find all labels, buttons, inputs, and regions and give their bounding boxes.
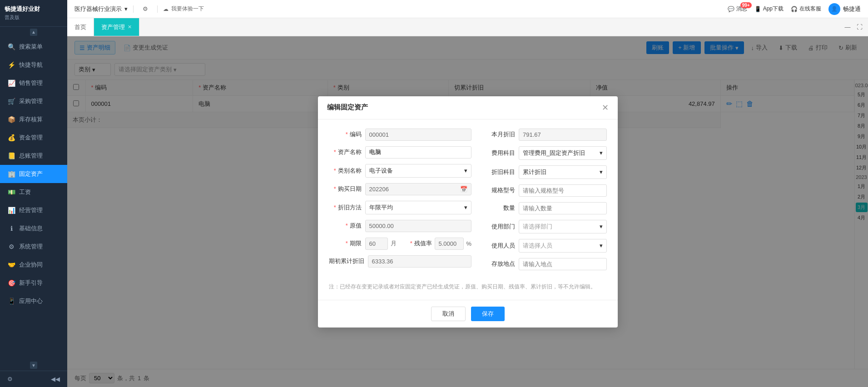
cancel-btn[interactable]: 取消 [431, 307, 466, 321]
field-category: 类别名称 电子设备 ▾ [329, 164, 472, 178]
inventory-icon: 📦 [7, 115, 15, 124]
monthly-dep-input [519, 129, 606, 141]
form-grid: 编码 资产名称 类别名称 [329, 129, 607, 291]
category-select[interactable]: 电子设备 ▾ [365, 164, 472, 178]
sidebar-item-payroll[interactable]: 💵 工资 [0, 183, 67, 201]
field-dep-method: 折旧方法 年限平均 ▾ [329, 201, 472, 214]
expense-subject-select[interactable]: 管理费用_固定资产折旧 ▾ [519, 146, 606, 160]
expense-subject-label: 费用科目 [482, 149, 515, 157]
sidebar-item-finance[interactable]: 💰 资金管理 [0, 129, 67, 147]
sidebar-item-system[interactable]: ⚙ 系统管理 [0, 238, 67, 256]
initial-dep-input[interactable] [368, 255, 472, 268]
scroll-down-btn[interactable]: ▼ [30, 362, 37, 369]
original-input[interactable] [365, 220, 472, 232]
sidebar-item-label-enterprise: 企业协同 [19, 261, 43, 269]
sidebar-item-guide[interactable]: 🎯 新手引导 [0, 274, 67, 292]
period-unit: 月 [391, 239, 397, 248]
app-download-btn[interactable]: 📱 App下载 [754, 5, 784, 13]
sidebar-item-label-system: 系统管理 [19, 243, 43, 251]
residual-label: 残值率 [399, 239, 432, 248]
field-person: 使用人员 请选择人员 ▾ [482, 239, 606, 253]
cloud-icon: ☁ [163, 6, 169, 12]
code-input[interactable] [365, 129, 472, 141]
person-select[interactable]: 请选择人员 ▾ [519, 239, 606, 253]
modal-body: 编码 资产名称 类别名称 [318, 119, 618, 300]
minimize-btn[interactable]: — [843, 22, 853, 32]
period-input[interactable] [365, 238, 388, 250]
spec-input[interactable] [519, 184, 606, 197]
sidebar-item-ledger[interactable]: 📒 总账管理 [0, 147, 67, 165]
dept-select-icon: ▾ [600, 223, 603, 230]
settings-bottom-btn[interactable]: ⚙ [7, 376, 13, 382]
name-input[interactable] [365, 146, 472, 159]
company-name: 医疗器械行业演示 [74, 5, 122, 13]
dept-select[interactable]: 请选择部门 ▾ [519, 220, 606, 233]
experience-btn[interactable]: ☁ 我要体验一下 [163, 5, 204, 13]
dep-method-select[interactable]: 年限平均 ▾ [365, 201, 472, 214]
user-menu[interactable]: 👤 畅捷通 [828, 3, 861, 15]
online-service-btn[interactable]: 🎧 在线客服 [791, 5, 821, 13]
purchase-icon: 🛒 [7, 97, 15, 105]
category-select-icon: ▾ [464, 167, 467, 174]
quantity-input[interactable] [519, 202, 606, 214]
period-inline: 月 残值率 % [365, 238, 472, 250]
expense-select-icon: ▾ [600, 149, 603, 156]
sidebar-item-basic-info[interactable]: ℹ 基础信息 [0, 219, 67, 238]
tab-home[interactable]: 首页 [67, 18, 94, 36]
location-input[interactable] [519, 258, 606, 270]
avatar: 👤 [828, 3, 840, 15]
sidebar-item-sales[interactable]: 📈 销售管理 [0, 74, 67, 92]
dep-subject-select[interactable]: 累计折旧 ▾ [519, 165, 606, 179]
tabbar: 首页 资产管理 ✕ — ⛶ [67, 18, 868, 36]
message-btn[interactable]: 💬 消息 99+ [728, 5, 747, 13]
tab-close-icon[interactable]: ✕ [128, 24, 132, 30]
modal-overlay: 编辑固定资产 ✕ 编码 [67, 36, 868, 387]
field-monthly-dep: 本月折旧 [482, 129, 606, 141]
sidebar: 畅捷通好业财 普及版 ▲ 🔍 搜索菜单 ⚡ 快捷导航 📈 销售管理 🛒 采购管理 [0, 0, 67, 387]
finance-icon: 💰 [7, 134, 15, 142]
sidebar-item-inventory[interactable]: 📦 库存核算 [0, 110, 67, 129]
period-label: 期限 [329, 239, 362, 248]
modal-close-btn[interactable]: ✕ [602, 103, 609, 113]
sidebar-item-app-center[interactable]: 📱 应用中心 [0, 292, 67, 310]
download-icon: 📱 [754, 6, 761, 12]
residual-unit: % [466, 240, 472, 247]
field-expense-subject: 费用科目 管理费用_固定资产折旧 ▾ [482, 146, 606, 160]
sidebar-item-fixed-assets[interactable]: 🏢 固定资产 [0, 165, 67, 183]
settings-btn[interactable]: ⚙ [139, 3, 152, 15]
modal-footer: 取消 保存 [318, 300, 618, 327]
system-icon: ⚙ [7, 243, 15, 251]
expand-btn[interactable]: ⛶ [854, 22, 864, 32]
sidebar-item-search[interactable]: 🔍 搜索菜单 [0, 38, 67, 56]
sidebar-item-enterprise[interactable]: 🤝 企业协同 [0, 256, 67, 274]
purchase-date-input[interactable]: 202206 📅 [365, 183, 472, 195]
tab-asset-management[interactable]: 资产管理 ✕ [94, 18, 139, 36]
field-code: 编码 [329, 129, 472, 141]
code-label: 编码 [329, 130, 362, 139]
modal-header: 编辑固定资产 ✕ [318, 96, 618, 119]
sidebar-item-label-purchase: 采购管理 [19, 97, 43, 105]
enterprise-icon: 🤝 [7, 261, 15, 269]
field-original-value: 原值 [329, 220, 472, 232]
company-selector[interactable]: 医疗器械行业演示 ▾ [74, 5, 128, 13]
residual-input[interactable] [435, 238, 464, 250]
search-icon: 🔍 [7, 43, 15, 51]
monthly-dep-label: 本月折旧 [482, 130, 515, 139]
window-controls: — ⛶ [839, 18, 868, 36]
topbar-divider [133, 5, 134, 13]
modal-note: 注：已经存在变更记录或者对应固定资产已经生成凭证，原值、购买日期、残值率、累计折… [329, 283, 607, 291]
sidebar-item-quick-nav[interactable]: ⚡ 快捷导航 [0, 56, 67, 74]
sidebar-item-label-fixed-assets: 固定资产 [19, 170, 43, 178]
save-btn[interactable]: 保存 [471, 307, 505, 321]
sidebar-item-purchase[interactable]: 🛒 采购管理 [0, 92, 67, 110]
dept-label: 使用部门 [482, 223, 515, 231]
scroll-up-btn[interactable]: ▲ [30, 29, 37, 36]
field-location: 存放地点 [482, 258, 606, 270]
sidebar-item-label-finance: 资金管理 [19, 134, 43, 142]
sidebar-item-label-payroll: 工资 [19, 188, 31, 196]
field-dep-subject: 折旧科目 累计折旧 ▾ [482, 165, 606, 179]
sidebar-item-operations[interactable]: 📊 经营管理 [0, 201, 67, 219]
sidebar-collapse-btn[interactable]: ◀◀ [51, 376, 60, 382]
quick-nav-icon: ⚡ [7, 61, 15, 69]
calendar-icon: 📅 [460, 186, 467, 193]
